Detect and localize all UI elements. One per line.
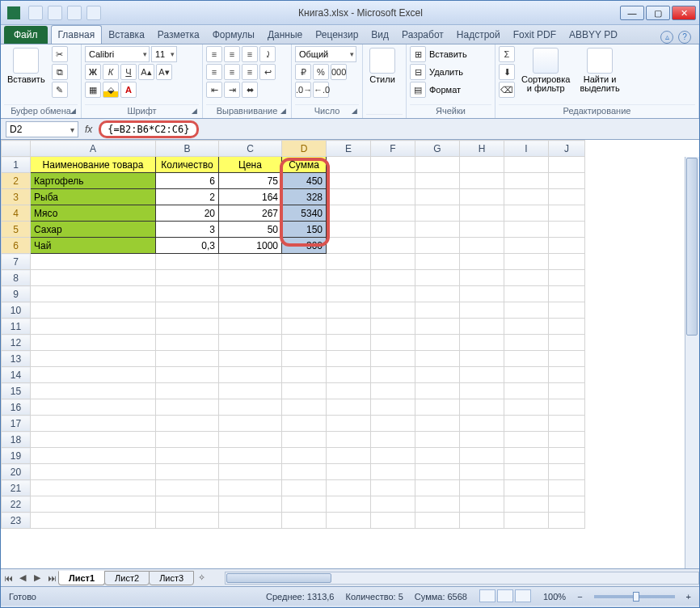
cell-D6[interactable]: 300 [282, 238, 327, 254]
cell-E22[interactable] [327, 496, 371, 513]
vertical-scroll-thumb[interactable] [686, 158, 698, 336]
cell-A4[interactable]: Мясо [31, 205, 156, 222]
percent-icon[interactable]: % [313, 64, 329, 80]
col-header-B[interactable]: B [156, 141, 219, 157]
row-header-9[interactable]: 9 [2, 286, 31, 302]
cell-C3[interactable]: 164 [219, 189, 282, 205]
cell-I23[interactable] [504, 513, 549, 529]
cell-E5[interactable] [327, 222, 371, 238]
cell-A13[interactable] [31, 351, 156, 367]
cell-J5[interactable] [549, 222, 585, 238]
cell-A10[interactable] [31, 302, 156, 319]
cell-D5[interactable]: 150 [282, 222, 327, 238]
align-top-icon[interactable]: ≡ [206, 46, 222, 62]
cell-H1[interactable] [460, 157, 504, 173]
cell-I13[interactable] [504, 351, 549, 367]
row-header-5[interactable]: 5 [2, 222, 31, 238]
cell-C19[interactable] [219, 448, 282, 464]
row-header-3[interactable]: 3 [2, 189, 31, 205]
select-all-corner[interactable] [2, 141, 31, 157]
cell-H6[interactable] [460, 238, 504, 254]
zoom-in-icon[interactable]: + [686, 592, 691, 602]
cell-D1[interactable]: Сумма [282, 157, 327, 173]
cell-J20[interactable] [549, 464, 585, 480]
cell-J6[interactable] [549, 238, 585, 254]
number-launcher-icon[interactable]: ◢ [352, 107, 357, 115]
cell-E4[interactable] [327, 205, 371, 222]
cell-D14[interactable] [282, 367, 327, 383]
cell-C5[interactable]: 50 [219, 222, 282, 238]
cell-B19[interactable] [156, 448, 219, 464]
cell-I5[interactable] [504, 222, 549, 238]
cell-F15[interactable] [371, 383, 415, 399]
cell-B8[interactable] [156, 270, 219, 286]
cell-H17[interactable] [460, 416, 504, 432]
close-button[interactable]: ✕ [672, 6, 696, 20]
cell-I21[interactable] [504, 480, 549, 496]
cell-H23[interactable] [460, 513, 504, 529]
cell-J17[interactable] [549, 416, 585, 432]
cell-F18[interactable] [371, 432, 415, 448]
cell-J10[interactable] [549, 302, 585, 319]
cell-B1[interactable]: Количество [156, 157, 219, 173]
align-middle-icon[interactable]: ≡ [224, 46, 240, 62]
cell-F23[interactable] [371, 513, 415, 529]
cell-H7[interactable] [460, 254, 504, 270]
align-right-icon[interactable]: ≡ [242, 64, 258, 80]
cell-I1[interactable] [504, 157, 549, 173]
tab-view[interactable]: Вид [365, 26, 395, 44]
cell-E9[interactable] [327, 286, 371, 302]
col-header-E[interactable]: E [327, 141, 371, 157]
cell-A23[interactable] [31, 513, 156, 529]
clipboard-launcher-icon[interactable]: ◢ [70, 107, 76, 115]
cell-H19[interactable] [460, 448, 504, 464]
cell-J12[interactable] [549, 335, 585, 351]
cell-C14[interactable] [219, 367, 282, 383]
cell-A6[interactable]: Чай [31, 238, 156, 254]
cell-D4[interactable]: 5340 [282, 205, 327, 222]
tab-data[interactable]: Данные [261, 26, 309, 44]
cell-G19[interactable] [415, 448, 460, 464]
format-cells-label[interactable]: Формат [428, 85, 461, 95]
cell-D18[interactable] [282, 432, 327, 448]
row-header-17[interactable]: 17 [2, 416, 31, 432]
cell-B10[interactable] [156, 302, 219, 319]
col-header-C[interactable]: C [219, 141, 282, 157]
cell-C11[interactable] [219, 319, 282, 335]
row-header-2[interactable]: 2 [2, 173, 31, 189]
cell-F4[interactable] [371, 205, 415, 222]
cell-C10[interactable] [219, 302, 282, 319]
cell-H16[interactable] [460, 399, 504, 416]
fill-icon[interactable]: ⬇ [499, 64, 515, 80]
cell-G9[interactable] [415, 286, 460, 302]
cell-B21[interactable] [156, 480, 219, 496]
cell-I15[interactable] [504, 383, 549, 399]
cell-C20[interactable] [219, 464, 282, 480]
minimize-button[interactable]: — [620, 6, 644, 20]
cell-H13[interactable] [460, 351, 504, 367]
cell-H2[interactable] [460, 173, 504, 189]
row-header-19[interactable]: 19 [2, 448, 31, 464]
col-header-J[interactable]: J [549, 141, 585, 157]
cell-J8[interactable] [549, 270, 585, 286]
cell-C21[interactable] [219, 480, 282, 496]
decrease-indent-icon[interactable]: ⇤ [206, 82, 222, 98]
cell-J9[interactable] [549, 286, 585, 302]
cell-G20[interactable] [415, 464, 460, 480]
cell-H4[interactable] [460, 205, 504, 222]
fx-icon[interactable]: fx [85, 124, 92, 135]
cell-C15[interactable] [219, 383, 282, 399]
cell-H14[interactable] [460, 367, 504, 383]
cell-D2[interactable]: 450 [282, 173, 327, 189]
cell-G1[interactable] [415, 157, 460, 173]
cell-E12[interactable] [327, 335, 371, 351]
cell-F21[interactable] [371, 480, 415, 496]
cell-J19[interactable] [549, 448, 585, 464]
font-launcher-icon[interactable]: ◢ [192, 107, 197, 115]
cell-A16[interactable] [31, 399, 156, 416]
cell-B14[interactable] [156, 367, 219, 383]
cell-J23[interactable] [549, 513, 585, 529]
cell-I9[interactable] [504, 286, 549, 302]
col-header-G[interactable]: G [415, 141, 460, 157]
row-header-11[interactable]: 11 [2, 319, 31, 335]
